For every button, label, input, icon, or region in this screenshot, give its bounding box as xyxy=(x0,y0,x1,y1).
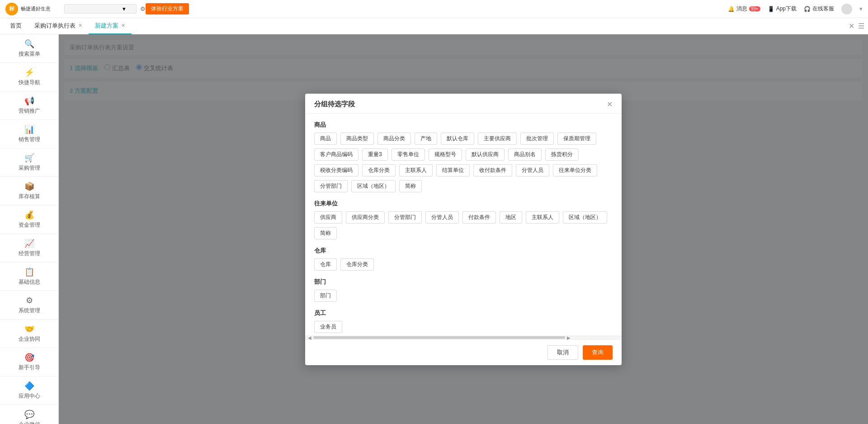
finance-icon: 💰 xyxy=(24,210,34,220)
field-tag-0-5[interactable]: 主要供应商 xyxy=(478,133,517,145)
field-tag-0-10[interactable]: 零售单位 xyxy=(392,148,425,161)
field-tag-2-0[interactable]: 仓库 xyxy=(314,258,337,271)
tab-new-plan[interactable]: 新建方案 ✕ xyxy=(89,18,132,34)
field-section-title-2: 仓库 xyxy=(314,247,613,255)
confirm-button[interactable]: 查询 xyxy=(583,345,613,360)
sidebar-item-operations-label: 经营管理 xyxy=(19,250,40,257)
field-tag-0-24[interactable]: 简称 xyxy=(399,180,422,192)
sidebar-item-search-label: 搜索菜单 xyxy=(19,50,40,58)
field-tag-0-22[interactable]: 分管部门 xyxy=(314,180,348,192)
cancel-button[interactable]: 取消 xyxy=(547,345,578,360)
sidebar-item-newuser[interactable]: 🎯 新手引导 xyxy=(0,348,58,376)
field-tag-3-0[interactable]: 部门 xyxy=(314,290,337,302)
field-tag-0-3[interactable]: 产地 xyxy=(415,133,437,145)
field-tag-4-0[interactable]: 业务员 xyxy=(314,321,342,333)
field-tag-1-0[interactable]: 供应商 xyxy=(314,211,342,224)
field-section-title-0: 商品 xyxy=(314,121,613,129)
field-section-0: 商品商品商品类型商品分类产地默认仓库主要供应商批次管理保质期管理客户商品编码重量… xyxy=(314,121,613,192)
sidebar-item-collab[interactable]: 🤝 企业协同 xyxy=(0,319,58,348)
sidebar-item-basicinfo[interactable]: 📋 基础信息 xyxy=(0,262,58,291)
tab-bar: 首页 采购订单执行表 ✕ 新建方案 ✕ ✕ ☰ xyxy=(0,18,868,34)
sidebar-item-appcenter-label: 应用中心 xyxy=(19,392,40,400)
modal-close-button[interactable]: ✕ xyxy=(607,100,613,109)
settings-icon[interactable]: ⚙ xyxy=(140,5,146,12)
tab-purchase-order[interactable]: 采购订单执行表 ✕ xyxy=(28,18,89,34)
sidebar-item-marketing-label: 营销推广 xyxy=(19,107,40,115)
field-tag-0-21[interactable]: 往来单位分类 xyxy=(553,164,597,176)
field-tag-0-13[interactable]: 商品别名 xyxy=(508,148,542,161)
message-nav[interactable]: 🔔 消息 99+ xyxy=(728,5,760,13)
basicinfo-icon: 📋 xyxy=(24,267,34,277)
sidebar-item-sales[interactable]: 📊 销售管理 xyxy=(0,120,58,148)
field-tag-0-8[interactable]: 客户商品编码 xyxy=(314,148,359,161)
field-tag-1-2[interactable]: 分管部门 xyxy=(388,211,422,224)
modal-overlay: 分组待选字段 ✕ 商品商品商品类型商品分类产地默认仓库主要供应商批次管理保质期管… xyxy=(59,34,868,424)
tab-menu-icon[interactable]: ☰ xyxy=(858,22,864,30)
sidebar-item-finance[interactable]: 💰 资金管理 xyxy=(0,205,58,234)
field-tag-1-8[interactable]: 简称 xyxy=(314,227,337,239)
field-tag-0-19[interactable]: 收付款条件 xyxy=(473,164,512,176)
field-tag-0-17[interactable]: 主联系人 xyxy=(399,164,433,176)
search-input[interactable] xyxy=(68,6,123,12)
field-tag-1-4[interactable]: 付款条件 xyxy=(462,211,496,224)
message-badge: 99+ xyxy=(749,6,760,11)
field-tag-0-6[interactable]: 批次管理 xyxy=(520,133,554,145)
sidebar-item-wxwork[interactable]: 💬 企业微信 xyxy=(0,405,58,424)
tab-home-label: 首页 xyxy=(10,22,22,30)
avatar[interactable] xyxy=(841,4,852,14)
field-tags-0: 商品商品类型商品分类产地默认仓库主要供应商批次管理保质期管理客户商品编码重量3零… xyxy=(314,133,613,192)
app-download-label: App下载 xyxy=(776,5,797,13)
field-tag-0-7[interactable]: 保质期管理 xyxy=(557,133,596,145)
sidebar-item-search[interactable]: 🔍 搜索菜单 xyxy=(0,34,58,63)
field-tag-0-16[interactable]: 仓库分类 xyxy=(362,164,396,176)
field-tags-1: 供应商供应商分类分管部门分管人员付款条件地区主联系人区域（地区）简称 xyxy=(314,211,613,239)
tab-close-all-icon[interactable]: ✕ xyxy=(849,22,854,30)
scroll-left-arrow[interactable]: ◀ xyxy=(306,335,313,340)
online-service-nav[interactable]: 🎧 在线客服 xyxy=(804,5,834,13)
field-tag-0-4[interactable]: 默认仓库 xyxy=(441,133,474,145)
field-tag-0-2[interactable]: 商品分类 xyxy=(377,133,411,145)
quicknav-icon: ⚡ xyxy=(24,67,34,77)
field-tag-1-6[interactable]: 主联系人 xyxy=(526,211,559,224)
field-tag-0-23[interactable]: 区域（地区） xyxy=(351,180,396,192)
logo-area: 标 畅捷通好生意 xyxy=(5,3,60,15)
sidebar-item-marketing[interactable]: 📢 营销推广 xyxy=(0,91,58,120)
appcenter-icon: 🔷 xyxy=(24,381,34,391)
field-tag-0-1[interactable]: 商品类型 xyxy=(340,133,374,145)
purchase-icon: 🛒 xyxy=(24,153,34,163)
modal-scroll-bar[interactable] xyxy=(313,336,565,339)
search-icon: 🔍 xyxy=(24,39,34,49)
sidebar-item-purchase[interactable]: 🛒 采购管理 xyxy=(0,148,58,177)
field-section-title-3: 部门 xyxy=(314,278,613,286)
field-tag-1-5[interactable]: 地区 xyxy=(500,211,522,224)
field-tag-0-20[interactable]: 分管人员 xyxy=(516,164,549,176)
field-tags-2: 仓库仓库分类 xyxy=(314,258,613,271)
tab-new-plan-close[interactable]: ✕ xyxy=(121,23,125,29)
chevron-down-icon[interactable]: ▾ xyxy=(859,5,863,12)
header-search[interactable]: ▾ xyxy=(64,4,137,14)
field-tag-2-1[interactable]: 仓库分类 xyxy=(340,258,374,271)
field-tag-0-14[interactable]: 拣货积分 xyxy=(545,148,579,161)
search-dropdown-icon[interactable]: ▾ xyxy=(123,5,126,12)
modal-scroll-track[interactable]: ◀ ▶ xyxy=(305,336,622,339)
modal-title: 分组待选字段 xyxy=(314,100,355,109)
sidebar-item-operations[interactable]: 📈 经营管理 xyxy=(0,234,58,262)
field-tag-1-1[interactable]: 供应商分类 xyxy=(346,211,385,224)
sidebar-item-appcenter[interactable]: 🔷 应用中心 xyxy=(0,376,58,405)
experience-button[interactable]: 体验行业方案 xyxy=(146,3,189,14)
field-tag-0-18[interactable]: 结算单位 xyxy=(436,164,470,176)
field-tag-0-15[interactable]: 税收分类编码 xyxy=(314,164,359,176)
sidebar-item-inventory[interactable]: 📦 库存核算 xyxy=(0,177,58,205)
field-tag-1-3[interactable]: 分管人员 xyxy=(425,211,459,224)
field-tag-0-12[interactable]: 默认供应商 xyxy=(466,148,505,161)
tab-purchase-order-close[interactable]: ✕ xyxy=(78,23,82,29)
tab-home[interactable]: 首页 xyxy=(4,18,28,34)
sidebar-item-system[interactable]: ⚙ 系统管理 xyxy=(0,291,58,319)
scroll-right-arrow[interactable]: ▶ xyxy=(565,335,572,340)
field-tag-0-9[interactable]: 重量3 xyxy=(362,148,388,161)
field-tag-0-11[interactable]: 规格型号 xyxy=(429,148,462,161)
app-download-nav[interactable]: 📱 App下载 xyxy=(768,5,797,13)
field-tag-1-7[interactable]: 区域（地区） xyxy=(563,211,607,224)
field-tag-0-0[interactable]: 商品 xyxy=(314,133,337,145)
sidebar-item-quicknav[interactable]: ⚡ 快捷导航 xyxy=(0,63,58,91)
